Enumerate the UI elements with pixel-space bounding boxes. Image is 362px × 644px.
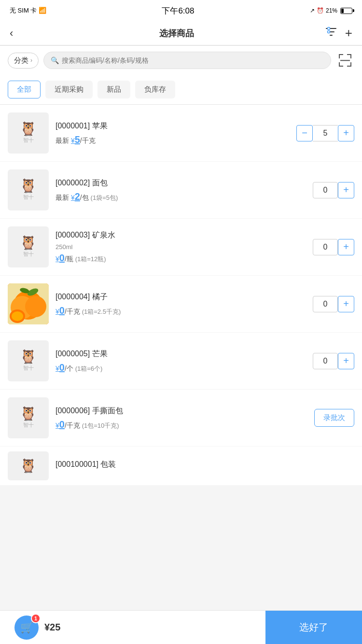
table-row: 🦉 智十 [0000002] 面包 最新 ¥2/包 (1袋=5包) + [0, 162, 362, 218]
increase-button[interactable]: + [338, 182, 354, 198]
product-price: 最新 ¥2/包 (1袋=5包) [56, 191, 306, 202]
quantity-control: + [313, 182, 354, 198]
nav-actions: + [325, 26, 352, 41]
tab-all[interactable]: 全部 [8, 81, 41, 98]
product-list: 🦉 智十 [0000001] 苹果 最新 ¥5/千克 − + 🦉 智十 [000… [0, 105, 362, 485]
table-row: 🦉 智十 [0000003] 矿泉水 250ml ¥0/瓶 (1箱=12瓶) + [0, 219, 362, 275]
quantity-control: + [313, 239, 354, 255]
decrease-button[interactable]: − [296, 125, 313, 141]
svg-point-3 [327, 27, 330, 29]
product-spec: 250ml [56, 243, 306, 251]
battery-percent: 21% [326, 7, 337, 14]
quantity-input[interactable] [313, 239, 338, 255]
quantity-input[interactable] [313, 296, 338, 312]
product-info: [0000006] 手撕面包 ¥0/千克 (1包=10千克) [56, 406, 307, 430]
tab-new[interactable]: 新品 [97, 81, 130, 98]
tab-recent[interactable]: 近期采购 [45, 81, 93, 98]
product-price: ¥0/千克 (1包=10千克) [56, 419, 307, 430]
search-icon: 🔍 [51, 56, 59, 64]
increase-button[interactable]: + [338, 239, 354, 255]
product-name: [000100001] 包装 [56, 460, 354, 470]
product-name: [0000001] 苹果 [56, 121, 290, 131]
product-info: [0000004] 橘子 ¥0/千克 (1箱=2.5千克) [56, 292, 306, 316]
search-box[interactable]: 🔍 [43, 52, 331, 69]
quantity-control: + [313, 296, 354, 312]
batch-button[interactable]: 录批次 [314, 409, 354, 427]
product-name: [0000006] 手撕面包 [56, 406, 307, 416]
svg-point-4 [327, 30, 330, 33]
product-info: [0000003] 矿泉水 250ml ¥0/瓶 (1箱=12瓶) [56, 230, 306, 264]
product-name: [0000003] 矿泉水 [56, 230, 306, 240]
product-thumbnail: 🦉 智十 [8, 112, 49, 154]
cart-icon: 🛒 [20, 621, 33, 634]
status-bar: 无 SIM 卡 📶 下午6:08 ↗ ⏰ 21% [0, 0, 362, 21]
batch-control: 录批次 [314, 409, 354, 427]
product-thumbnail [8, 283, 49, 324]
status-right: ↗ ⏰ 21% [310, 7, 352, 14]
product-info: [0000002] 面包 最新 ¥2/包 (1袋=5包) [56, 178, 306, 202]
category-button[interactable]: 分类 › [8, 53, 39, 69]
page-title: 选择商品 [159, 28, 194, 39]
quantity-control: − + [296, 125, 354, 141]
add-icon[interactable]: + [345, 26, 352, 41]
product-price: ¥0/千克 (1箱=2.5千克) [56, 305, 306, 316]
filter-tabs: 全部 近期采购 新品 负库存 [0, 75, 362, 105]
svg-rect-2 [330, 35, 333, 36]
tab-negative-stock[interactable]: 负库存 [135, 81, 175, 98]
chevron-right-icon: › [30, 57, 32, 64]
product-thumbnail: 🦉 智十 [8, 169, 49, 210]
product-name: [0000005] 芒果 [56, 349, 306, 359]
search-area: 分类 › 🔍 [0, 46, 362, 75]
bottom-bar: 🛒 1 ¥25 选好了 [0, 610, 362, 644]
product-info: [000100001] 包装 [56, 460, 354, 473]
quantity-input[interactable] [313, 125, 338, 141]
product-name: [0000004] 橘子 [56, 292, 306, 302]
product-info: [0000005] 芒果 ¥0/个 (1箱=6个) [56, 349, 306, 373]
increase-button[interactable]: + [338, 353, 354, 369]
product-thumbnail: 🦉 智十 [8, 397, 49, 438]
quantity-input[interactable] [313, 353, 338, 369]
table-row: 🦉 智十 [0000005] 芒果 ¥0/个 (1箱=6个) + [0, 333, 362, 389]
carrier-wifi: 无 SIM 卡 📶 [10, 6, 46, 15]
quantity-control: + [313, 353, 354, 369]
nav-bar: ‹ 选择商品 + [0, 21, 362, 45]
quantity-input[interactable] [313, 182, 338, 198]
svg-point-8 [25, 296, 46, 317]
product-price: ¥0/个 (1箱=6个) [56, 362, 306, 373]
cart-button[interactable]: 🛒 1 [14, 616, 39, 640]
table-row: 🦉 智十 [0000006] 手撕面包 ¥0/千克 (1包=10千克) 录批次 [0, 390, 362, 446]
location-icon: ↗ [310, 7, 315, 14]
scan-button[interactable] [336, 52, 354, 69]
increase-button[interactable]: + [338, 296, 354, 312]
table-row: 🦉 智十 [0000001] 苹果 最新 ¥5/千克 − + [0, 105, 362, 161]
svg-point-10 [12, 311, 23, 321]
product-thumbnail: 🦉 智十 [8, 340, 49, 381]
product-name: [0000002] 面包 [56, 178, 306, 188]
cart-section: 🛒 1 ¥25 [0, 616, 265, 640]
alarm-icon: ⏰ [317, 7, 324, 14]
product-info: [0000001] 苹果 最新 ¥5/千克 [56, 121, 290, 145]
table-row: 🦉 [000100001] 包装 [0, 447, 362, 485]
product-thumbnail: 🦉 [8, 451, 49, 480]
product-price: 最新 ¥5/千克 [56, 134, 290, 145]
increase-button[interactable]: + [338, 125, 354, 141]
back-button[interactable]: ‹ [10, 27, 29, 40]
product-price: ¥0/瓶 (1箱=12瓶) [56, 252, 306, 264]
search-input[interactable] [62, 56, 324, 64]
confirm-button[interactable]: 选好了 [265, 611, 362, 644]
product-thumbnail: 🦉 智十 [8, 226, 49, 267]
time: 下午6:08 [162, 5, 194, 16]
table-row: [0000004] 橘子 ¥0/千克 (1箱=2.5千克) + [0, 276, 362, 332]
battery-icon [340, 8, 352, 14]
cart-badge: 1 [31, 614, 41, 623]
filter-icon[interactable] [325, 27, 337, 40]
cart-total: ¥25 [44, 622, 60, 633]
